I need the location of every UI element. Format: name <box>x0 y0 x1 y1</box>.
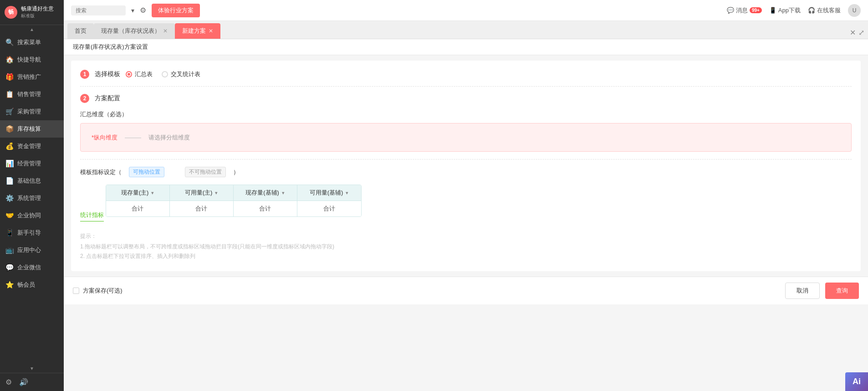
col-cell-3: 合计 <box>297 201 361 216</box>
indicator-separator <box>172 168 178 176</box>
sidebar-item-label: 库存核算 <box>17 125 41 133</box>
ai-badge[interactable]: Ai <box>845 372 868 391</box>
sidebar-item-marketing[interactable]: 🎁 营销推广 <box>0 68 64 86</box>
sidebar-item-finance[interactable]: 💰 资金管理 <box>0 138 64 155</box>
online-service-button[interactable]: 🎧 在线客服 <box>808 6 841 15</box>
volume-icon[interactable]: 🔊 <box>19 378 28 386</box>
tabbar: 首页 现存量（库存状况表） ✕ 新建方案 ✕ ✕ ⤢ <box>64 21 868 39</box>
tv-icon: 📺 <box>5 246 14 254</box>
sidebar-item-enterprise[interactable]: 🤝 企业协同 <box>0 207 64 224</box>
sales-icon: 📋 <box>5 90 14 98</box>
tab-new-plan-close[interactable]: ✕ <box>209 28 213 34</box>
stats-table-body: 合计 合计 合计 合计 <box>106 201 361 216</box>
mobile-icon: 📱 <box>5 229 14 237</box>
user-avatar[interactable]: U <box>848 4 861 17</box>
message-label: 消息 <box>736 6 748 15</box>
bottom-bar: 方案保存(可选) 取消 查询 <box>64 277 868 304</box>
app-download-button[interactable]: 📱 App下载 <box>769 6 801 15</box>
query-button[interactable]: 查询 <box>825 283 859 299</box>
cell-label-3: 合计 <box>297 201 361 216</box>
summary-dimension-label: 汇总维度（必选） <box>80 110 852 118</box>
topbar-gear-icon[interactable]: ⚙ <box>140 6 146 15</box>
col-dropdown-3[interactable]: ▾ <box>346 190 348 196</box>
save-checkbox[interactable] <box>73 288 79 294</box>
sidebar-item-label: 营销推广 <box>17 73 41 81</box>
cancel-button[interactable]: 取消 <box>785 283 820 299</box>
sidebar-item-label: 企业微信 <box>17 263 41 272</box>
col-dropdown-0[interactable]: ▾ <box>151 190 154 196</box>
app-download-label: App下载 <box>778 6 801 15</box>
col-header-label-3: 可用量(基辅) <box>310 189 343 197</box>
step2-badge: 2 <box>80 94 89 103</box>
sidebar-item-member[interactable]: ⭐ 畅会员 <box>0 276 64 293</box>
step1-title: 选择模板 <box>95 70 120 78</box>
trial-button[interactable]: 体验行业方案 <box>152 4 200 17</box>
search-icon: 🔍 <box>5 38 14 46</box>
stats-title: 统计指标 <box>80 211 104 221</box>
sidebar-item-sales[interactable]: 📋 销售管理 <box>0 86 64 103</box>
stats-table-header: 现存量(主) ▾ 可用量(主) ▾ 现存量(基辅 <box>106 185 361 201</box>
save-option[interactable]: 方案保存(可选) <box>73 287 123 295</box>
col-dropdown-1[interactable]: ▾ <box>215 190 218 196</box>
tab-new-plan[interactable]: 新建方案 ✕ <box>175 23 220 39</box>
topbar: ▾ ⚙ 体验行业方案 💬 消息 99+ 📱 App下载 🎧 在线客服 U <box>64 0 868 21</box>
indicator-setting-label: 模板指标设定（ <box>80 168 122 176</box>
sidebar-item-label: 销售管理 <box>17 90 41 98</box>
no-drag-tag: 不可拖动位置 <box>185 167 226 177</box>
sidebar-item-newbie[interactable]: 📱 新手引导 <box>0 224 64 242</box>
radio-cross[interactable]: 交叉统计表 <box>162 70 200 78</box>
main-panel: 1 选择模板 汇总表 交叉统计表 2 方案配置 <box>71 61 861 271</box>
sidebar-item-app-center[interactable]: 📺 应用中心 <box>0 242 64 259</box>
box-icon: 📦 <box>5 125 14 133</box>
col-dropdown-2[interactable]: ▾ <box>282 190 285 196</box>
col-header-label-0: 现存量(主) <box>121 189 149 197</box>
handshake-icon: 🤝 <box>5 211 14 220</box>
sidebar-item-system[interactable]: ⚙️ 系统管理 <box>0 190 64 207</box>
sidebar: 畅 畅康通好生意 标准版 ▲ 🔍 搜索菜单 🏠 快捷导航 🎁 营销推广 📋 销售… <box>0 0 64 391</box>
expand-window-button[interactable]: ⤢ <box>858 28 864 37</box>
radio-summary[interactable]: 汇总表 <box>126 70 153 78</box>
headset-icon: 🎧 <box>808 7 815 14</box>
app-name: 畅康通好生意 <box>21 5 54 13</box>
gear-icon: ⚙️ <box>5 194 14 202</box>
tab-inventory-status-close[interactable]: ✕ <box>163 28 168 34</box>
step1-divider <box>80 86 852 87</box>
col-header-label-1: 可用量(主) <box>185 189 213 197</box>
sidebar-item-purchase[interactable]: 🛒 采购管理 <box>0 103 64 120</box>
tab-inventory-status[interactable]: 现存量（库存状况表） ✕ <box>94 23 175 39</box>
sidebar-item-label: 基础信息 <box>17 177 41 185</box>
stats-table: 现存量(主) ▾ 可用量(主) ▾ 现存量(基辅 <box>106 185 362 217</box>
tab-home-label: 首页 <box>75 27 87 35</box>
indicator-setting-row: 模板指标设定（ 可拖动位置 不可拖动位置 ） <box>80 167 852 177</box>
cell-label-0: 合计 <box>106 201 169 216</box>
topbar-dropdown-button[interactable]: ▾ <box>131 7 134 14</box>
sidebar-item-management[interactable]: 📊 经营管理 <box>0 155 64 172</box>
tab-home[interactable]: 首页 <box>67 23 94 39</box>
step1-row: 1 选择模板 汇总表 交叉统计表 <box>80 70 852 79</box>
radio-summary-label: 汇总表 <box>135 70 153 78</box>
sidebar-scroll-up[interactable]: ▲ <box>0 25 64 34</box>
page-header: 现存量(库存状况表)方案设置 <box>64 39 868 55</box>
topbar-right: 💬 消息 99+ 📱 App下载 🎧 在线客服 U <box>727 4 861 17</box>
close-window-button[interactable]: ✕ <box>850 28 856 37</box>
sidebar-item-quick-nav[interactable]: 🏠 快捷导航 <box>0 51 64 68</box>
message-icon: 💬 <box>727 7 734 14</box>
home-icon: 🏠 <box>5 56 14 64</box>
sidebar-item-search[interactable]: 🔍 搜索菜单 <box>0 34 64 51</box>
sidebar-scroll-down[interactable]: ▼ <box>0 364 64 373</box>
sidebar-item-inventory[interactable]: 📦 库存核算 <box>0 120 64 138</box>
dimension-box[interactable]: *纵向维度 —— 请选择分组维度 <box>80 123 852 152</box>
dimension-arrow: —— <box>125 133 141 142</box>
tab-new-plan-label: 新建方案 <box>182 27 206 35</box>
settings-icon[interactable]: ⚙ <box>5 378 12 386</box>
step2-row: 2 方案配置 <box>80 94 852 103</box>
message-button[interactable]: 💬 消息 99+ <box>727 6 762 15</box>
message-badge: 99+ <box>750 7 762 13</box>
sidebar-item-label: 快捷导航 <box>17 56 41 64</box>
star-icon: ⭐ <box>5 281 14 289</box>
search-input[interactable] <box>71 5 126 15</box>
page-title: 现存量(库存状况表)方案设置 <box>73 43 148 50</box>
sidebar-item-enterprise-wx[interactable]: 💬 企业微信 <box>0 259 64 276</box>
sidebar-item-basic-info[interactable]: 📄 基础信息 <box>0 172 64 190</box>
money-icon: 💰 <box>5 142 14 150</box>
